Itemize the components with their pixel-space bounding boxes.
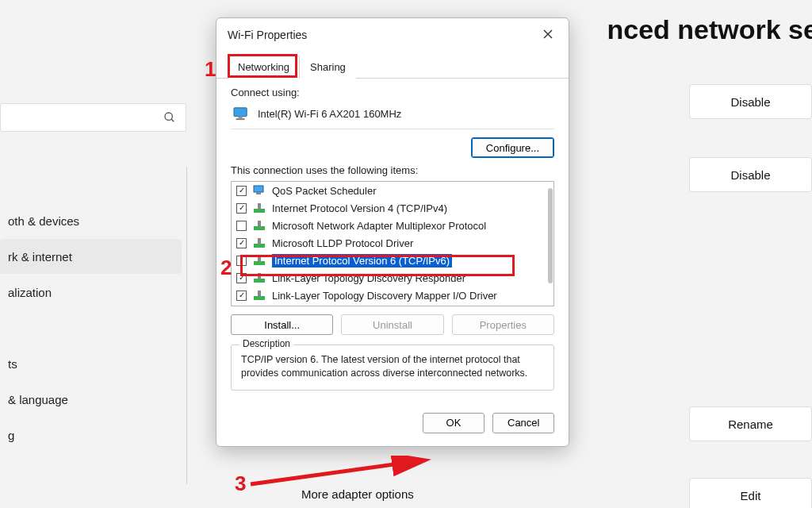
- settings-sidebar: oth & devices rk & internet alization ts…: [0, 167, 186, 453]
- connection-items-list[interactable]: ✓QoS Packet Scheduler✓Internet Protocol …: [231, 181, 554, 306]
- checkbox[interactable]: ✓: [236, 238, 247, 248]
- list-item[interactable]: ✓Link-Layer Topology Discovery Mapper I/…: [232, 287, 553, 304]
- page-title: nced network setti: [607, 14, 812, 45]
- svg-rect-5: [234, 108, 247, 117]
- list-item-label: Microsoft LLDP Protocol Driver: [272, 237, 413, 249]
- sidebar-item[interactable]: oth & devices: [0, 203, 182, 238]
- sidebar-item[interactable]: ts: [0, 346, 182, 381]
- svg-rect-9: [256, 192, 261, 194]
- checkbox[interactable]: ✓: [236, 291, 247, 301]
- more-adapter-options-label: More adapter options: [301, 487, 414, 501]
- svg-rect-13: [258, 221, 261, 227]
- annotation-number-3: 3: [235, 471, 246, 496]
- checkbox[interactable]: ✓: [236, 203, 247, 214]
- protocol-icon: [253, 220, 266, 231]
- cancel-button[interactable]: Cancel: [492, 413, 554, 433]
- rename-button[interactable]: Rename: [689, 406, 812, 441]
- list-item[interactable]: ✓Internet Protocol Version 4 (TCP/IPv4): [232, 199, 553, 217]
- dialog-title: Wi-Fi Properties: [228, 29, 307, 41]
- connect-using-label: Connect using:: [231, 87, 554, 98]
- dialog-titlebar: Wi-Fi Properties: [216, 18, 569, 48]
- sidebar-divider: [186, 167, 187, 484]
- items-label: This connection uses the following items…: [231, 164, 554, 176]
- list-item[interactable]: Microsoft Network Adapter Multiplexor Pr…: [232, 217, 553, 234]
- svg-rect-8: [254, 186, 263, 192]
- properties-button: Properties: [452, 314, 554, 335]
- uninstall-button: Uninstall: [341, 314, 443, 335]
- description-box: Description TCP/IP version 6. The latest…: [231, 344, 554, 391]
- list-item-label: Internet Protocol Version 4 (TCP/IPv4): [272, 202, 447, 214]
- svg-rect-11: [258, 203, 261, 210]
- annotation-box-1: [228, 54, 297, 78]
- svg-rect-21: [258, 291, 261, 297]
- sidebar-item[interactable]: alization: [0, 275, 182, 310]
- scrollbar-thumb[interactable]: [548, 188, 553, 283]
- checkbox[interactable]: [236, 221, 247, 231]
- list-item[interactable]: ✓QoS Packet Scheduler: [232, 182, 553, 199]
- list-item-label: Link-Layer Topology Discovery Mapper I/O…: [272, 290, 497, 302]
- sidebar-item[interactable]: g: [0, 418, 182, 452]
- description-text: TCP/IP version 6. The latest version of …: [241, 353, 544, 380]
- svg-line-2: [251, 460, 423, 484]
- sidebar-item-label: ts: [8, 357, 17, 371]
- adapter-name: Intel(R) Wi-Fi 6 AX201 160MHz: [258, 108, 401, 120]
- disable-button[interactable]: Disable: [689, 84, 812, 119]
- dialog-footer: OK Cancel: [216, 402, 569, 446]
- close-icon: [543, 29, 553, 39]
- sidebar-item-label: oth & devices: [8, 214, 79, 228]
- sidebar-item[interactable]: [0, 167, 182, 202]
- sidebar-item-label: alization: [8, 286, 52, 299]
- network-adapter-icon: [232, 106, 250, 121]
- close-button[interactable]: [538, 25, 557, 45]
- svg-rect-7: [236, 118, 245, 120]
- sidebar-item[interactable]: [0, 310, 182, 345]
- protocol-icon: [253, 237, 266, 248]
- list-item-label: Microsoft Network Adapter Multiplexor Pr…: [272, 220, 486, 232]
- protocol-icon: [253, 290, 266, 301]
- wifi-properties-dialog: Wi-Fi Properties Networking Sharing Conn…: [216, 17, 569, 447]
- disable-button[interactable]: Disable: [689, 157, 812, 192]
- sidebar-item-label: & language: [8, 393, 68, 406]
- list-item[interactable]: ✓Microsoft LLDP Protocol Driver: [232, 234, 553, 252]
- protocol-icon: [253, 202, 266, 214]
- network-icon: [253, 185, 266, 196]
- svg-line-1: [171, 119, 174, 121]
- adapter-row: Intel(R) Wi-Fi 6 AX201 160MHz: [231, 103, 554, 129]
- sidebar-item-label: g: [8, 429, 14, 442]
- svg-point-0: [165, 113, 172, 120]
- sidebar-item-label: rk & internet: [8, 250, 72, 264]
- tab-sharing[interactable]: Sharing: [300, 56, 356, 79]
- svg-rect-6: [238, 117, 242, 119]
- annotation-number-2: 2: [220, 256, 232, 280]
- list-item-label: QoS Packet Scheduler: [272, 185, 377, 197]
- annotation-number-1: 1: [205, 57, 216, 82]
- search-input[interactable]: [0, 103, 186, 132]
- search-icon: [163, 111, 176, 124]
- checkbox[interactable]: ✓: [236, 186, 247, 196]
- edit-button[interactable]: Edit: [689, 478, 812, 508]
- sidebar-item-network[interactable]: rk & internet: [0, 239, 182, 274]
- sidebar-item[interactable]: & language: [0, 382, 182, 417]
- description-label: Description: [239, 338, 293, 349]
- ok-button[interactable]: OK: [423, 413, 485, 433]
- annotation-box-2: [240, 255, 515, 276]
- install-button[interactable]: Install...: [231, 314, 333, 335]
- svg-rect-15: [258, 238, 261, 244]
- dialog-body: Connect using: Intel(R) Wi-Fi 6 AX201 16…: [216, 79, 569, 402]
- configure-button[interactable]: Configure...: [471, 137, 554, 158]
